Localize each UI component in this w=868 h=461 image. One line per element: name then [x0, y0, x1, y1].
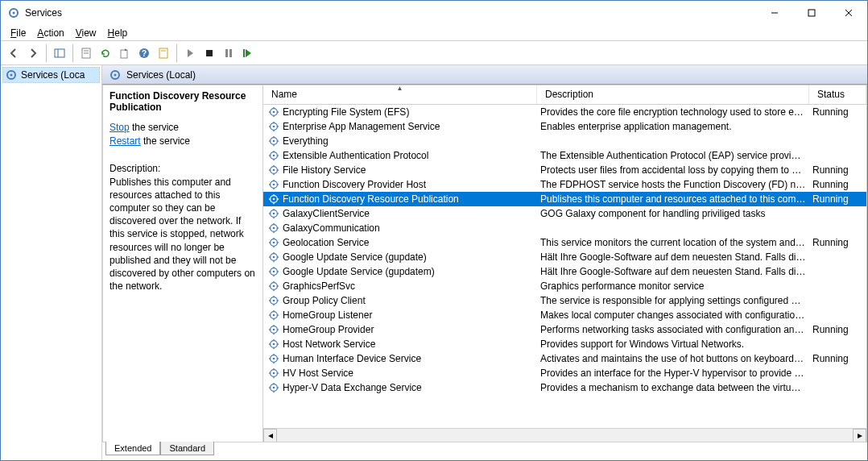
- svg-point-25: [273, 111, 275, 114]
- svg-text:?: ?: [142, 49, 147, 58]
- tab-standard[interactable]: Standard: [160, 442, 214, 455]
- service-row[interactable]: Function Discovery Provider HostThe FDPH…: [263, 177, 866, 192]
- gear-icon: [268, 251, 279, 263]
- service-row[interactable]: Encrypting File System (EFS)Provides the…: [263, 105, 866, 119]
- window-title: Services: [25, 7, 756, 19]
- properties-button[interactable]: [76, 44, 96, 63]
- properties-sheet-button[interactable]: [154, 44, 173, 63]
- service-row[interactable]: HV Host ServiceProvides an interface for…: [263, 366, 866, 380]
- gear-icon: [268, 179, 279, 190]
- refresh-button[interactable]: [96, 44, 115, 63]
- gear-icon: [268, 208, 279, 219]
- maximize-button[interactable]: [793, 1, 830, 25]
- service-description: The FDPHOST service hosts the Function D…: [537, 179, 809, 190]
- service-description: The service is responsible for applying …: [537, 295, 809, 306]
- service-description: Hält Ihre Google-Software auf dem neuest…: [537, 251, 809, 263]
- scroll-right-icon[interactable]: ▸: [853, 429, 866, 442]
- gear-icon: [268, 295, 279, 306]
- back-button[interactable]: [4, 44, 23, 63]
- svg-point-49: [273, 169, 275, 172]
- service-row[interactable]: Google Update Service (gupdatem)Hält Ihr…: [263, 264, 866, 279]
- menu-action[interactable]: Action: [32, 27, 68, 39]
- restart-service-button[interactable]: [238, 44, 258, 63]
- service-name: Google Update Service (gupdate): [283, 251, 427, 263]
- service-row[interactable]: Group Policy ClientThe service is respon…: [263, 293, 866, 308]
- column-description[interactable]: Description: [537, 85, 809, 104]
- gear-icon: [268, 338, 279, 350]
- service-row[interactable]: Hyper-V Data Exchange ServiceProvides a …: [263, 380, 866, 395]
- svg-rect-11: [121, 50, 127, 58]
- service-row[interactable]: File History ServiceProtects user files …: [263, 163, 866, 177]
- gear-icon: [268, 368, 279, 379]
- gear-icon: [268, 280, 279, 292]
- service-row[interactable]: Geolocation ServiceThis service monitors…: [263, 235, 866, 250]
- service-name: Encrypting File System (EFS): [283, 106, 409, 118]
- gear-icon: [268, 237, 279, 248]
- gear-icon: [268, 106, 279, 118]
- service-row[interactable]: Host Network ServiceProvides support for…: [263, 337, 866, 351]
- tree-node-label: Services (Loca: [21, 69, 85, 81]
- svg-rect-16: [206, 50, 213, 56]
- pause-service-button[interactable]: [219, 44, 238, 63]
- service-description: The Extensible Authentication Protocol (…: [537, 150, 809, 161]
- export-button[interactable]: [115, 44, 134, 63]
- scroll-left-icon[interactable]: ◂: [263, 429, 277, 442]
- column-status[interactable]: Status: [809, 85, 866, 104]
- gear-icon: [268, 266, 279, 277]
- service-name: GalaxyClientService: [283, 208, 370, 219]
- svg-point-43: [273, 155, 275, 157]
- svg-point-103: [273, 300, 275, 302]
- menu-file[interactable]: File: [6, 27, 31, 39]
- svg-point-133: [273, 372, 275, 375]
- service-name: Human Interface Device Service: [283, 353, 421, 364]
- service-name: Function Discovery Resource Publication: [283, 193, 459, 205]
- service-row[interactable]: HomeGroup ListenerMakes local computer c…: [263, 308, 866, 322]
- list-body[interactable]: Encrypting File System (EFS)Provides the…: [263, 105, 866, 428]
- stop-service-button[interactable]: [200, 44, 219, 63]
- minimize-button[interactable]: [756, 1, 793, 25]
- restart-link[interactable]: Restart: [110, 135, 141, 147]
- start-service-button[interactable]: [180, 44, 200, 63]
- service-row[interactable]: Enterprise App Management ServiceEnables…: [263, 119, 866, 134]
- svg-point-97: [273, 285, 275, 288]
- service-row[interactable]: HomeGroup ProviderPerforms networking ta…: [263, 322, 866, 337]
- service-row[interactable]: GalaxyCommunication: [263, 221, 866, 235]
- gear-icon: [5, 69, 18, 81]
- horizontal-scrollbar[interactable]: ◂ ▸: [263, 428, 866, 442]
- service-row[interactable]: Extensible Authentication ProtocolThe Ex…: [263, 148, 866, 163]
- svg-point-73: [273, 227, 275, 230]
- tab-extended[interactable]: Extended: [105, 442, 160, 455]
- service-name: HV Host Service: [283, 368, 353, 379]
- show-hide-tree-button[interactable]: [50, 44, 69, 63]
- service-description: Performs networking tasks associated wit…: [537, 324, 809, 335]
- service-row[interactable]: Everything: [263, 134, 866, 148]
- menu-help[interactable]: Help: [103, 27, 133, 39]
- stop-link[interactable]: Stop: [110, 122, 130, 133]
- help-button[interactable]: ?: [134, 44, 154, 63]
- service-name: Enterprise App Management Service: [283, 121, 440, 132]
- gear-icon: [268, 150, 279, 161]
- menubar: File Action View Help: [1, 25, 867, 41]
- column-name[interactable]: Name▲: [263, 85, 537, 104]
- service-row[interactable]: Function Discovery Resource PublicationP…: [263, 192, 866, 206]
- gear-icon: [268, 222, 279, 234]
- service-row[interactable]: Human Interface Device ServiceActivates …: [263, 351, 866, 366]
- tree-node-services-local[interactable]: Services (Loca: [2, 67, 100, 83]
- tab-strip: Extended Standard: [102, 442, 867, 460]
- gear-icon: [268, 324, 279, 335]
- forward-button[interactable]: [23, 44, 43, 63]
- svg-point-23: [114, 73, 117, 76]
- service-name: Hyper-V Data Exchange Service: [283, 382, 422, 393]
- stop-suffix: the service: [130, 122, 179, 133]
- service-row[interactable]: Google Update Service (gupdate)Hält Ihre…: [263, 250, 866, 264]
- service-name: GalaxyCommunication: [283, 222, 380, 234]
- service-row[interactable]: GalaxyClientServiceGOG Galaxy component …: [263, 206, 866, 221]
- service-row[interactable]: GraphicsPerfSvcGraphics performance moni…: [263, 279, 866, 293]
- service-status: Running: [809, 324, 866, 335]
- service-description: Provides a mechanism to exchange data be…: [537, 382, 809, 393]
- service-name: HomeGroup Listener: [283, 309, 372, 321]
- tree-pane[interactable]: Services (Loca: [1, 65, 102, 460]
- menu-view[interactable]: View: [71, 27, 101, 39]
- service-name: Group Policy Client: [283, 295, 366, 306]
- close-button[interactable]: [830, 1, 867, 25]
